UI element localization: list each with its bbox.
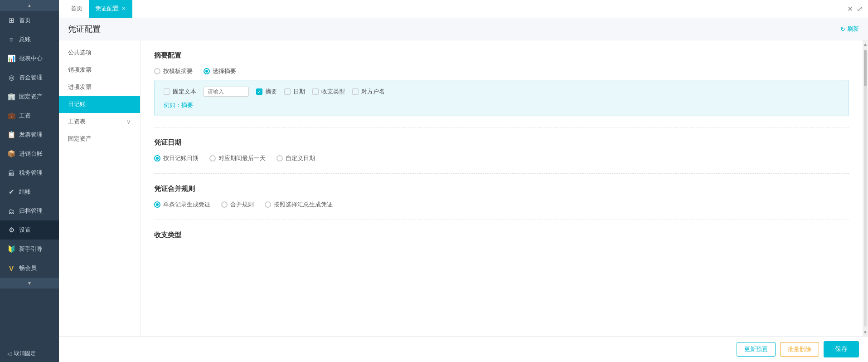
left-nav-fixed-assets-label: 固定资产 [68, 135, 92, 143]
refresh-icon: ↻ [840, 26, 845, 33]
date-radio-period-last-circle [209, 155, 216, 161]
salary-icon: 💼 [7, 112, 15, 120]
date-radio-custom[interactable]: 自定义日期 [276, 154, 315, 162]
tab-bar-actions: ✕ ⤢ [847, 5, 863, 13]
left-nav-payroll[interactable]: 工资表 ∨ [59, 113, 140, 130]
summary-radio-template-circle [154, 68, 160, 74]
merge-radio-single[interactable]: 单条记录生成凭证 [154, 201, 210, 209]
sidebar-item-label: 畅会员 [19, 264, 37, 272]
sidebar-item-report-center[interactable]: 📊 报表中心 [0, 49, 59, 68]
left-nav-journal[interactable]: 日记账 [59, 96, 140, 113]
purchase-icon: 📦 [7, 150, 15, 158]
tab-voucher-config[interactable]: 凭证配置 ✕ [89, 0, 132, 18]
date-radio-journal[interactable]: 按日记账日期 [154, 154, 199, 162]
sidebar-item-label: 报表中心 [19, 54, 43, 63]
summary-section: 摘要配置 按模板摘要 选择摘要 固定文本 [154, 51, 849, 127]
page-title: 凭证配置 [68, 24, 101, 34]
merge-radio-group: 单条记录生成凭证 合并规则 按照选择汇总生成凭证 [154, 201, 849, 209]
left-nav-purchase-label: 进项发票 [68, 83, 92, 91]
left-nav-fixed-assets[interactable]: 固定资产 [59, 130, 140, 147]
checkbox-summary-box: ✓ [256, 88, 262, 95]
summary-radio-template-label: 按模板摘要 [163, 67, 193, 75]
window-expand-icon[interactable]: ⤢ [857, 5, 863, 13]
date-radio-period-last[interactable]: 对应期间最后一天 [209, 154, 266, 162]
sidebar-unpin-button[interactable]: ◁ 取消固定 [0, 345, 59, 362]
checkbox-fixed-text[interactable]: 固定文本 [164, 88, 196, 96]
save-button[interactable]: 保存 [824, 341, 859, 357]
sidebar-item-settings[interactable]: ⚙ 设置 [0, 220, 59, 240]
checkbox-income-type[interactable]: 收支类型 [312, 88, 345, 96]
checkbox-fixed-text-label: 固定文本 [173, 88, 196, 96]
sidebar-item-vip[interactable]: V 畅会员 [0, 259, 59, 278]
date-radio-custom-circle [276, 155, 283, 161]
date-radio-group: 按日记账日期 对应期间最后一天 自定义日期 [154, 154, 849, 162]
checkbox-date[interactable]: 日期 [284, 88, 305, 96]
summary-radio-group: 按模板摘要 选择摘要 [154, 67, 849, 75]
summary-title: 摘要配置 [154, 51, 849, 60]
main-area: 首页 凭证配置 ✕ ✕ ⤢ 凭证配置 ↻ 刷新 公共选项 销项发票 进项 [59, 0, 868, 362]
summary-radio-select-label: 选择摘要 [213, 67, 236, 75]
date-radio-period-last-label: 对应期间最后一天 [218, 154, 266, 162]
tab-home[interactable]: 首页 [64, 0, 89, 18]
sidebar-item-purchase-sales[interactable]: 📦 进销台账 [0, 144, 59, 163]
merge-title: 凭证合并规则 [154, 185, 849, 193]
sidebar-item-label: 结账 [19, 188, 31, 196]
tab-close-icon[interactable]: ✕ [121, 5, 126, 12]
left-nav-public[interactable]: 公共选项 [59, 44, 140, 61]
guide-icon: 🔰 [7, 245, 15, 253]
checkbox-counterpart-name[interactable]: 对方户名 [352, 88, 385, 96]
income-section: 收支类型 [154, 231, 849, 240]
merge-radio-single-label: 单条记录生成凭证 [163, 201, 210, 209]
batch-delete-button[interactable]: 批量删除 [780, 342, 819, 357]
sidebar-item-fixed-assets[interactable]: 🏢 固定资产 [0, 87, 59, 106]
tab-bar: 首页 凭证配置 ✕ ✕ ⤢ [59, 0, 868, 18]
sidebar-item-general-ledger[interactable]: ≡ 总账 [0, 30, 59, 49]
date-radio-journal-circle [154, 155, 160, 161]
sidebar-scroll-down[interactable]: ▼ [0, 278, 59, 289]
update-preview-button[interactable]: 更新预置 [737, 342, 776, 357]
merge-section: 凭证合并规则 单条记录生成凭证 合并规则 按照选择汇总生成凭证 [154, 185, 849, 220]
left-nav-public-label: 公共选项 [68, 49, 92, 57]
checkbox-income-type-box [312, 88, 319, 95]
checkout-icon: ✔ [7, 188, 15, 196]
scrollbar[interactable]: ▲ ▼ [863, 40, 868, 336]
sidebar-item-tax[interactable]: 🏛 税务管理 [0, 163, 59, 182]
checkbox-summary[interactable]: ✓ 摘要 [256, 88, 277, 96]
merge-radio-merge-rule[interactable]: 合并规则 [221, 201, 254, 209]
sidebar-scroll-up[interactable]: ▲ [0, 0, 59, 11]
vip-icon: V [7, 264, 15, 272]
sidebar-item-invoice[interactable]: 📋 发票管理 [0, 125, 59, 144]
window-close-icon[interactable]: ✕ [847, 5, 853, 13]
merge-radio-aggregate-label: 按照选择汇总生成凭证 [274, 201, 333, 209]
sidebar-item-label: 固定资产 [19, 93, 43, 101]
tab-voucher-label: 凭证配置 [95, 5, 119, 13]
sidebar-item-home[interactable]: ⊞ 首页 [0, 11, 59, 30]
sidebar-item-label: 归档管理 [19, 207, 43, 215]
summary-radio-select[interactable]: 选择摘要 [204, 67, 236, 75]
checkbox-date-label: 日期 [293, 88, 305, 96]
summary-config-box: 固定文本 ✓ 摘要 日期 收支类型 [154, 80, 849, 116]
sidebar-item-label: 发票管理 [19, 131, 43, 139]
scroll-up-arrow[interactable]: ▲ [862, 40, 868, 48]
date-radio-custom-label: 自定义日期 [286, 154, 315, 162]
refresh-button[interactable]: ↻ 刷新 [840, 25, 859, 33]
unpin-label: 取消固定 [14, 350, 36, 357]
sidebar-item-archive[interactable]: 🗂 归档管理 [0, 201, 59, 220]
footer-bar: 更新预置 批量删除 保存 [59, 336, 868, 362]
pin-icon: ◁ [7, 351, 11, 357]
sidebar-item-fund-management[interactable]: ◎ 资金管理 [0, 68, 59, 87]
fixed-text-input[interactable] [204, 87, 249, 97]
scroll-down-arrow[interactable]: ▼ [862, 328, 868, 336]
sidebar-item-guide[interactable]: 🔰 新手引导 [0, 240, 59, 259]
sidebar-item-salary[interactable]: 💼 工资 [0, 106, 59, 125]
merge-radio-single-circle [154, 201, 160, 208]
fund-icon: ◎ [7, 73, 15, 82]
summary-radio-template[interactable]: 按模板摘要 [154, 67, 193, 75]
merge-radio-merge-rule-circle [221, 201, 228, 208]
left-nav-purchase-invoice[interactable]: 进项发票 [59, 78, 140, 96]
merge-radio-aggregate[interactable]: 按照选择汇总生成凭证 [265, 201, 333, 209]
checkbox-fixed-text-box [164, 88, 170, 95]
sidebar-item-checkout[interactable]: ✔ 结账 [0, 182, 59, 201]
left-nav-sales-invoice[interactable]: 销项发票 [59, 61, 140, 78]
sidebar-item-label: 首页 [19, 16, 31, 24]
